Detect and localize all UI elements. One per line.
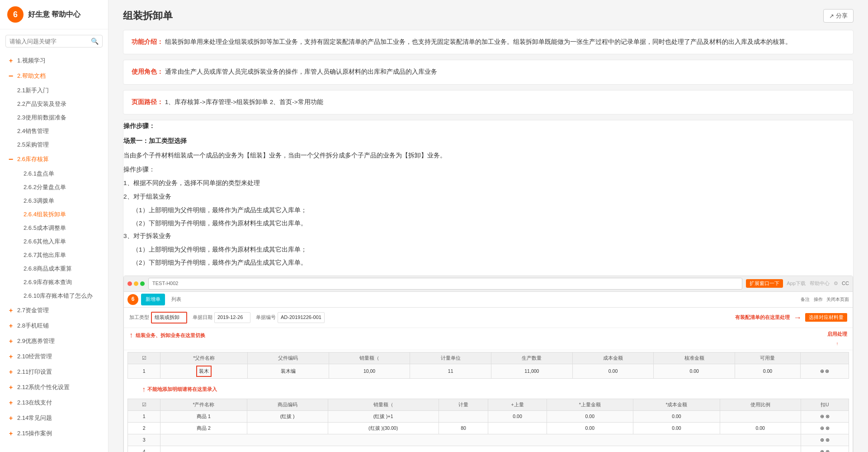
ss-nav: 6 新增单 列表 备注 操作 关闭本页面 — [124, 292, 853, 308]
sidebar-item-2-14[interactable]: + 2.14常见问题 — [0, 410, 108, 426]
ss-col-name: *父件名称 — [160, 352, 248, 364]
sidebar-item-2-6-2[interactable]: 2.6.2分量盘点单 — [0, 181, 108, 194]
ss-sub-col-sales: 销量额（ — [328, 399, 439, 411]
ss-annotation2: 组装业务、拆卸业务在这里切换 — [136, 331, 205, 340]
ss-sub-col-ratio: 使用比例 — [720, 399, 801, 411]
sidebar-item-2-6-7[interactable]: 2.6.7其他出库单 — [0, 248, 108, 262]
scene-title: 场景一：加工类型选择 — [123, 135, 853, 147]
sidebar-item-2-9[interactable]: + 2.9优惠券管理 — [0, 333, 108, 349]
step2-2: （2）下部明细为子件明细，最终作为原材料生成其它出库单。 — [132, 218, 853, 229]
sidebar-item-2-5[interactable]: 2.5采购管理 — [0, 138, 108, 152]
plus-icon-2-7: + — [7, 307, 14, 314]
search-input[interactable] — [9, 38, 91, 45]
sidebar-item-help-docs[interactable]: − 2.帮助文档 — [0, 68, 108, 84]
sidebar-item-2-1[interactable]: 2.1新手入门 — [0, 84, 108, 97]
intro-text: 组装拆卸单用来处理企业组装或拆卸等加工业务，支持有固定装配清单的产品加工业务，也… — [165, 38, 792, 45]
sidebar-item-2-6-5[interactable]: 2.6.5成本调整单 — [0, 221, 108, 235]
ss-col-avail: 可用量 — [735, 352, 800, 364]
ss-annotation3-area: 启用处理 ↑ — [827, 330, 847, 348]
sidebar-item-video-learning[interactable]: + 1.视频学习 — [0, 53, 108, 68]
sidebar-item-2-3[interactable]: 2.3使用前数据准备 — [0, 111, 108, 124]
sidebar-item-2-10[interactable]: + 2.10经营管理 — [0, 349, 108, 364]
ss-annotation3: 启用处理 — [827, 330, 847, 339]
ss-app-icons: App下载 帮助中心 ⚙ — [787, 279, 838, 288]
share-button[interactable]: ↗ 分享 — [823, 9, 854, 23]
plus-icon-2-8: + — [7, 322, 14, 329]
ss-col-prod: 生产数量 — [491, 352, 573, 364]
minus-icon: − — [7, 72, 14, 80]
search-box[interactable]: 🔍 — [5, 35, 103, 48]
ss-annotation4: 不能地添加明细请将在这里录入 — [147, 385, 217, 394]
ss-form-row: 加工类型 组装或拆卸 单据日期 2019-12-26 单据编号 AD-20191… — [124, 308, 853, 328]
ss-nav-right: 备注 操作 关闭本页面 — [801, 295, 849, 304]
intro-title: 功能介绍： — [132, 38, 163, 45]
step2-1: （1）上部明细为父件明细，最终作为产成品生成其它入库单； — [132, 205, 853, 216]
path-block: 页面路径： 1、库存核算->库存管理->组装拆卸单 2、首页->常用功能 — [123, 90, 854, 114]
ss-tab-list[interactable]: 列表 — [168, 294, 185, 305]
ss-sub-col-code: 商品编码 — [247, 399, 328, 411]
sidebar-header: 6 好生意 帮助中心 — [0, 0, 108, 29]
ss-sub-col-cost: *成本金额 — [633, 399, 720, 411]
ss-col-ops — [800, 352, 849, 364]
sidebar-item-2-6-10[interactable]: 2.6.10库存账本错了怎么办 — [0, 289, 108, 303]
sidebar-item-2-6-9[interactable]: 2.6.9库存账本查询 — [0, 276, 108, 289]
content-area: 功能介绍： 组装拆卸单用来处理企业组装或拆卸等加工业务，支持有固定装配清单的产品… — [108, 30, 868, 452]
ss-expand-btn[interactable]: 扩展窗口一下 — [746, 279, 783, 288]
sidebar-item-2-6-6[interactable]: 2.6.6其他入库单 — [0, 235, 108, 248]
arrow-annotation4: ↑ — [142, 383, 146, 396]
arrow-up-icon: ↑ — [129, 329, 133, 342]
ss-col-check: ☑ — [128, 352, 160, 364]
plus-icon-2-15: + — [7, 430, 14, 437]
ss-logo: 6 — [127, 294, 138, 305]
search-icon[interactable]: 🔍 — [91, 38, 99, 45]
ss-sub-col-qty: +上量 — [488, 399, 547, 411]
ss-type-input[interactable]: 组装或拆卸 — [151, 312, 187, 324]
brand-title: 好生意 帮助中心 — [28, 10, 80, 19]
ss-sub-col-unit: 计量 — [439, 399, 488, 411]
ss-url: TEST-H002 — [148, 278, 742, 290]
plus-icon-2-9: + — [7, 338, 14, 345]
sidebar-item-2-6[interactable]: − 2.6库存核算 — [0, 152, 108, 167]
ss-tab-active[interactable]: 新增单 — [141, 294, 165, 305]
ss-select-btn[interactable]: 选择对应材料量 — [805, 313, 847, 322]
step-intro: 操作步骤： — [123, 164, 853, 175]
ss-date-input[interactable]: 2019-12-26 — [214, 312, 250, 323]
arrow-icon: → — [793, 310, 802, 325]
nav-section: + 1.视频学习 − 2.帮助文档 2.1新手入门 2.2产品安装及登录 2.3… — [0, 53, 108, 443]
ss-upper-table-area: ☑ *父件名称 父件编码 销量额（ 计量单位 生产数量 成本金额 核准金额 可用… — [124, 352, 853, 382]
sidebar-item-2-6-8[interactable]: 2.6.8商品成本重算 — [0, 262, 108, 276]
sidebar-item-2-6-1[interactable]: 2.6.1盘点单 — [0, 167, 108, 181]
ss-col-unit: 计量单位 — [410, 352, 491, 364]
ss-col-qty1: 销量额（ — [329, 352, 410, 364]
ss-topbar: TEST-H002 扩展窗口一下 App下载 帮助中心 ⚙ CC — [124, 276, 853, 292]
share-icon: ↗ — [829, 13, 834, 19]
ss-annotation2-area: ↑ 组装业务、拆卸业务在这里切换 — [129, 330, 205, 342]
plus-icon: + — [7, 57, 14, 64]
sidebar-item-2-6-4[interactable]: 2.6.4组装拆卸单 — [0, 208, 108, 221]
sidebar-item-2-11[interactable]: + 2.11打印设置 — [0, 364, 108, 380]
table-row: 3 ⊕ ⊗ — [128, 434, 849, 446]
step1: 1、根据不同的业务，选择不同单据的类型来处理 — [123, 178, 853, 189]
ss-type-field: 加工类型 组装或拆卸 — [129, 312, 187, 324]
ss-code-input[interactable]: AD-20191226-001 — [278, 312, 325, 323]
ss-sub-col-name: *产件名称 — [160, 399, 247, 411]
role-text: 通常由生产人员或库管人员完成拆装业务的操作，库管人员确认原材料的出库和产成品的入… — [165, 68, 437, 75]
step3-2: （2）下部明细为子件明细，最终作为产成品生成其它入库单。 — [132, 257, 853, 268]
sidebar-item-2-12[interactable]: + 2.12系统个性化设置 — [0, 380, 108, 395]
page-title: 组装拆卸单 — [123, 9, 173, 23]
table-row: 1 商品 1 (红拔 ) (红拔 )+1 0.00 0.00 0.00 ⊕ ⊗ — [128, 411, 849, 423]
ss-sub-col-amt: *上量金额 — [547, 399, 633, 411]
sidebar-item-2-13[interactable]: + 2.13在线支付 — [0, 395, 108, 410]
step3: 3、对于拆装业务 — [123, 231, 853, 242]
sidebar-item-2-15[interactable]: + 2.15操作案例 — [0, 426, 108, 441]
sidebar-item-2-7[interactable]: + 2.7资金管理 — [0, 303, 108, 318]
sidebar-item-2-8[interactable]: + 2.8手机旺铺 — [0, 318, 108, 333]
role-title: 使用角色： — [132, 68, 163, 75]
sidebar-item-2-2[interactable]: 2.2产品安装及登录 — [0, 97, 108, 111]
table-row: 4 ⊕ ⊗ — [128, 446, 849, 452]
plus-icon-2-10: + — [7, 353, 14, 360]
sidebar-item-2-6-3[interactable]: 2.6.3调拨单 — [0, 194, 108, 208]
table-row: 1 装木 装木编 10,00 11 11,000 0.00 0.00 0.00 … — [128, 364, 849, 378]
sidebar-item-2-4[interactable]: 2.4销售管理 — [0, 124, 108, 138]
ops-title: 操作步骤： — [123, 120, 853, 132]
